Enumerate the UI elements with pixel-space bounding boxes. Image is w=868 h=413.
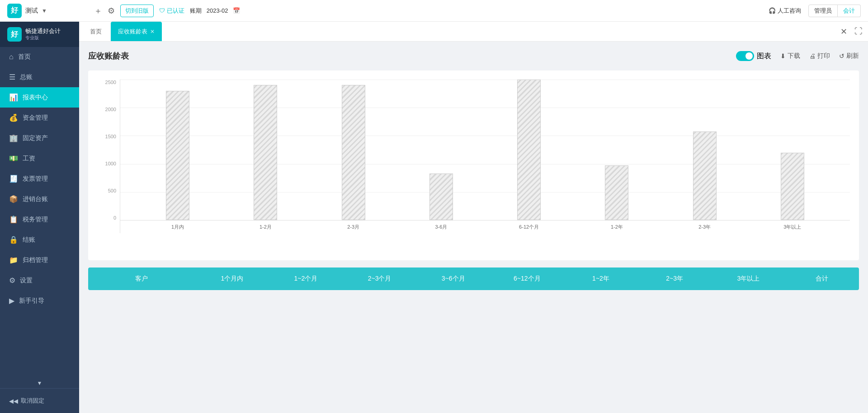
bar xyxy=(254,85,277,220)
company-selector[interactable]: 好 测试 ▼ xyxy=(7,4,89,18)
switch-version-button[interactable]: 切到旧版 xyxy=(120,5,154,17)
settings-icon: ⚙ xyxy=(9,276,15,285)
x-label: 1月内 xyxy=(134,224,222,230)
expand-window-icon[interactable]: ⛶ xyxy=(853,25,864,38)
table-container: 客户1个月内1~2个月2~3个月3~6个月6~12个月1~2年2~3年3年以上合… xyxy=(88,268,859,290)
shield-icon: 🛡 xyxy=(159,7,165,14)
bar-group xyxy=(661,80,749,220)
sidebar-bottom: ◀◀ 取消固定 xyxy=(0,388,79,413)
sidebar-logo-icon: 好 xyxy=(7,27,22,42)
content-area: 首页 应收账龄表 ✕ ✕ ⛶ 应收账龄表 图表 xyxy=(79,22,868,413)
y-label-2500: 2500 xyxy=(97,80,120,85)
sidebar-item-assets[interactable]: 🏢固定资产 xyxy=(0,128,79,148)
toggle-switch[interactable] xyxy=(736,51,754,61)
x-label: 2-3月 xyxy=(310,224,397,230)
chart-body: 1月内1-2月2-3月3-6月6-12个月1-2年2-3年3年以上 xyxy=(120,80,850,233)
add-company-icon[interactable]: ＋ xyxy=(94,5,102,16)
service-button[interactable]: 🎧 人工咨询 xyxy=(769,7,801,15)
app-logo-icon: 好 xyxy=(7,4,22,18)
x-label: 3年以上 xyxy=(749,224,836,230)
sidebar-item-label: 工资 xyxy=(23,155,35,163)
sidebar-item-label: 首页 xyxy=(18,53,31,61)
x-label: 2-3年 xyxy=(661,224,749,230)
payroll-icon: 💵 xyxy=(9,154,18,163)
bars-container xyxy=(120,80,850,220)
sidebar-item-reports[interactable]: 📊报表中心 xyxy=(0,87,79,108)
download-icon: ⬇ xyxy=(780,52,786,60)
tabs-right: ✕ ⛶ xyxy=(839,25,864,38)
table-header-cell: 1~2个月 xyxy=(269,268,343,290)
sidebar-item-label: 资金管理 xyxy=(23,114,48,122)
chart-toggle[interactable]: 图表 xyxy=(736,51,771,61)
table-header-cell: 客户 xyxy=(88,268,195,290)
x-label: 1-2月 xyxy=(222,224,309,230)
sidebar-item-ledger[interactable]: ☰总账 xyxy=(0,67,79,87)
settings-icon[interactable]: ⚙ xyxy=(108,6,115,16)
print-button[interactable]: 🖨 打印 xyxy=(809,52,830,60)
sidebar-item-close[interactable]: 🔒结账 xyxy=(0,230,79,250)
inventory-icon: 📦 xyxy=(9,195,18,203)
table-header-cell: 2~3个月 xyxy=(343,268,416,290)
sidebar-logo-text: 畅捷通好会计 专业版 xyxy=(25,28,61,42)
sidebar-item-inventory[interactable]: 📦进销台账 xyxy=(0,189,79,209)
bar-group xyxy=(397,80,485,220)
sidebar-item-payroll[interactable]: 💵工资 xyxy=(0,148,79,169)
bar-group xyxy=(222,80,309,220)
x-axis: 1月内1-2月2-3月3-6月6-12个月1-2年2-3年3年以上 xyxy=(120,221,850,233)
invoice-icon: 🧾 xyxy=(9,174,18,183)
y-label-1000: 1000 xyxy=(97,161,120,166)
sidebar-item-invoice[interactable]: 🧾发票管理 xyxy=(0,169,79,189)
sidebar-item-label: 新手引导 xyxy=(19,297,44,305)
y-label-2000: 2000 xyxy=(97,107,120,112)
x-label: 6-12个月 xyxy=(485,224,573,230)
table-header-cell: 合计 xyxy=(785,268,859,290)
calendar-icon[interactable]: 📅 xyxy=(233,7,240,14)
table-header-cell: 1~2年 xyxy=(564,268,637,290)
page-header: 应收账龄表 图表 ⬇ 下载 🖨 打印 ↺ xyxy=(88,51,859,61)
sidebar-item-settings[interactable]: ⚙设置 xyxy=(0,270,79,291)
chart-container: 0 500 1000 1500 2000 2500 xyxy=(88,70,859,260)
tab-home[interactable]: 首页 xyxy=(83,22,109,41)
role-button[interactable]: 会计 xyxy=(838,5,861,17)
refresh-button[interactable]: ↺ 刷新 xyxy=(839,52,859,60)
y-label-500: 500 xyxy=(97,188,120,193)
sidebar-logo: 好 畅捷通好会计 专业版 xyxy=(0,22,79,47)
ledger-icon: ☰ xyxy=(9,73,15,81)
bar xyxy=(342,85,365,220)
y-label-0: 0 xyxy=(97,215,120,221)
download-button[interactable]: ⬇ 下载 xyxy=(780,52,800,60)
guide-icon: ▶ xyxy=(9,296,14,305)
bar xyxy=(429,174,453,220)
company-dropdown-icon[interactable]: ▼ xyxy=(42,8,47,14)
sidebar-item-label: 固定资产 xyxy=(23,134,48,142)
sidebar-item-archive[interactable]: 📁归档管理 xyxy=(0,250,79,270)
sidebar-item-label: 报表中心 xyxy=(23,94,48,102)
bar-group xyxy=(749,80,836,220)
x-label: 3-6月 xyxy=(397,224,485,230)
bar xyxy=(605,165,628,220)
sidebar-item-tax[interactable]: 📋税务管理 xyxy=(0,209,79,230)
sidebar-item-funds[interactable]: 💰资金管理 xyxy=(0,108,79,128)
bar-chart: 0 500 1000 1500 2000 2500 xyxy=(97,80,850,233)
sidebar-item-guide[interactable]: ▶新手引导 xyxy=(0,291,79,311)
main-layout: 好 畅捷通好会计 专业版 ⌂首页☰总账📊报表中心💰资金管理🏢固定资产💵工资🧾发票… xyxy=(0,22,868,413)
page-content: 应收账龄表 图表 ⬇ 下载 🖨 打印 ↺ xyxy=(79,42,868,413)
sidebar-scroll-down-btn[interactable]: ▼ xyxy=(0,378,79,388)
sidebar-item-home[interactable]: ⌂首页 xyxy=(0,47,79,67)
table-header-cell: 1个月内 xyxy=(195,268,269,290)
user-button[interactable]: 管理员 xyxy=(808,5,838,17)
user-role-group: 管理员 会计 xyxy=(808,5,861,17)
sidebar-scroll[interactable]: ⌂首页☰总账📊报表中心💰资金管理🏢固定资产💵工资🧾发票管理📦进销台账📋税务管理🔒… xyxy=(0,47,79,378)
reports-icon: 📊 xyxy=(9,93,18,102)
headset-icon: 🎧 xyxy=(769,7,776,14)
top-header: 好 测试 ▼ ＋ ⚙ 切到旧版 🛡 已认证 账期 2023-02 📅 🎧 人工咨… xyxy=(0,0,868,22)
bar xyxy=(517,80,541,220)
tab-close-icon[interactable]: ✕ xyxy=(150,28,155,35)
tab-aging[interactable]: 应收账龄表 ✕ xyxy=(111,22,162,41)
refresh-icon: ↺ xyxy=(839,52,844,60)
close-window-icon[interactable]: ✕ xyxy=(839,25,849,38)
sidebar-item-label: 总账 xyxy=(20,73,33,81)
unpin-button[interactable]: ◀◀ 取消固定 xyxy=(0,392,79,409)
home-tab-label: 首页 xyxy=(90,28,102,36)
page-title: 应收账龄表 xyxy=(88,51,129,61)
